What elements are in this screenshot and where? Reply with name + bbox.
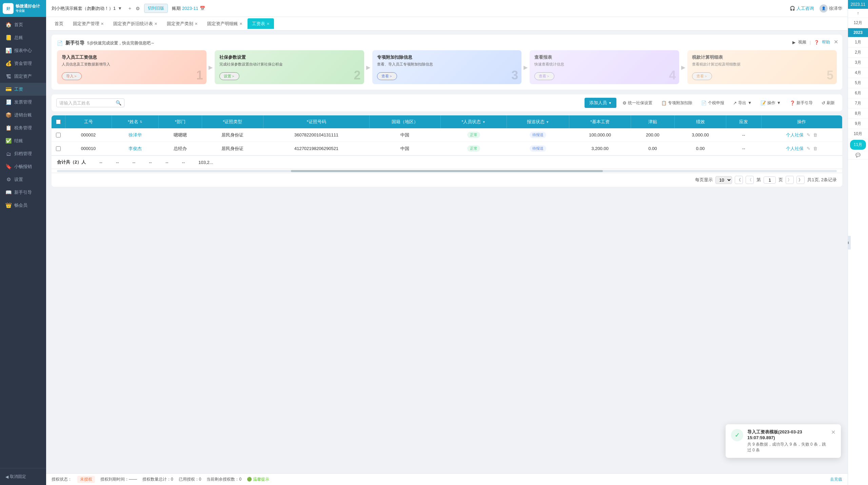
refresh-btn[interactable]: ↺ 刷新	[819, 99, 837, 107]
th-checkbox[interactable]	[52, 115, 65, 128]
settings-icon[interactable]: ⚙	[136, 6, 140, 11]
user-profile[interactable]: 👤 徐泽华	[820, 4, 842, 13]
tab-home[interactable]: 首页	[50, 18, 68, 29]
add-account-icon[interactable]: ＋	[127, 5, 132, 12]
last-page-btn[interactable]: 》	[796, 176, 805, 184]
sidebar-item-guide[interactable]: 📖 新手引导	[0, 186, 46, 199]
sidebar-item-payroll[interactable]: 💳 工资	[0, 83, 46, 96]
row-op-social-1[interactable]: 个人社保	[786, 146, 804, 151]
cal-dec[interactable]: 12月	[848, 18, 868, 28]
row-op-edit-1[interactable]: ✎	[807, 146, 810, 151]
cal-jan[interactable]: 1月	[848, 37, 868, 48]
row-checkbox-1[interactable]	[56, 146, 61, 151]
th-submit-status[interactable]: 报送状态 ▼	[507, 115, 569, 128]
td-checkbox-1[interactable]	[52, 142, 65, 155]
tax-deduction-btn[interactable]: 📋 专项附加扣除	[658, 99, 695, 107]
tab-depreciation[interactable]: 固定资产折旧统计表 ✕	[109, 18, 162, 29]
th-status[interactable]: *人员状态 ▼	[440, 115, 507, 128]
row-op-social-0[interactable]: 个人社保	[786, 132, 804, 137]
td-operations-1[interactable]: 个人社保 ✎ 🗑	[761, 142, 842, 155]
tab-close-payroll[interactable]: ✕	[267, 22, 270, 26]
calendar-icon[interactable]: 📅	[200, 6, 205, 11]
tab-fixed-assets[interactable]: 固定资产管理 ✕	[68, 18, 108, 29]
row-op-delete-1[interactable]: 🗑	[813, 146, 817, 151]
select-all-checkbox[interactable]	[56, 119, 61, 124]
toast-close-btn[interactable]: ✕	[831, 429, 835, 435]
panel-toggle-btn[interactable]: ◀	[848, 236, 851, 249]
row-op-delete-0[interactable]: 🗑	[813, 132, 817, 137]
cal-jul[interactable]: 7月	[848, 98, 868, 109]
cal-oct[interactable]: 10月	[848, 129, 868, 139]
cal-prev-year[interactable]: ↑	[848, 9, 868, 18]
guide-close-btn[interactable]: ✕	[834, 39, 838, 45]
sidebar-item-inventory[interactable]: 📦 进销台账	[0, 109, 46, 122]
cancel-fixed-btn[interactable]: ◀ 取消固定	[0, 471, 46, 482]
th-name[interactable]: *姓名 ⇅	[112, 115, 158, 128]
sidebar-item-closing[interactable]: ✅ 结账	[0, 134, 46, 147]
export-btn[interactable]: ↗ 导出 ▼	[730, 99, 754, 107]
add-person-btn[interactable]: 添加人员 ▼	[585, 98, 616, 108]
prev-page-btn[interactable]: 〈	[746, 176, 754, 184]
guide-step-3-btn[interactable]: 查看＞	[377, 72, 397, 80]
account-selector[interactable]: 刘小艳演示账套（勿删勿动！）1 ▼	[52, 5, 122, 12]
sidebar-item-expense[interactable]: 🔖 小畅报销	[0, 160, 46, 173]
sidebar-item-fixed-assets[interactable]: 🏗 固定资产	[0, 70, 46, 83]
sidebar-item-invoice[interactable]: 🧾 发票管理	[0, 96, 46, 109]
per-page-select[interactable]: 10 20 50	[715, 176, 732, 184]
cal-aug[interactable]: 8月	[848, 109, 868, 119]
guide-step-1-btn[interactable]: 导入＞	[62, 72, 82, 80]
td-checkbox-0[interactable]	[52, 128, 65, 142]
sidebar-item-settings[interactable]: ⚙ 设置	[0, 173, 46, 186]
tab-close-depreciation[interactable]: ✕	[154, 22, 157, 26]
operations-btn[interactable]: 📝 操作 ▼	[758, 99, 784, 107]
search-input[interactable]	[59, 100, 114, 106]
page-input[interactable]	[764, 176, 776, 184]
cal-sep[interactable]: 9月	[848, 119, 868, 129]
cal-apr[interactable]: 4月	[848, 68, 868, 78]
tab-asset-category[interactable]: 固定资产类别 ✕	[162, 18, 202, 29]
next-page-btn[interactable]: 〉	[786, 176, 794, 184]
status-filter-icon[interactable]: ▼	[482, 120, 486, 124]
cal-nov[interactable]: 11月	[850, 140, 866, 150]
individual-tax-btn[interactable]: 📄 个税申报	[698, 99, 727, 107]
row-checkbox-0[interactable]	[56, 133, 61, 137]
search-icon[interactable]: 🔍	[116, 100, 121, 106]
td-name-0[interactable]: 徐泽华	[112, 128, 158, 142]
scroll-track[interactable]	[57, 170, 837, 172]
cal-may[interactable]: 5月	[848, 78, 868, 88]
cal-feedback-icon[interactable]: 💬	[848, 151, 868, 160]
guide-video-btn[interactable]: ▶ 视频 | ❓ 帮助	[792, 39, 830, 45]
guide-step-5-btn[interactable]: 查看＞	[692, 72, 712, 80]
horizontal-scroll[interactable]	[52, 169, 842, 173]
new-guide-btn[interactable]: ❓ 新手引导	[787, 99, 815, 107]
tab-close-asset-category[interactable]: ✕	[195, 22, 198, 26]
sidebar-item-tax[interactable]: 📋 税务管理	[0, 122, 46, 134]
submit-filter-icon[interactable]: ▼	[546, 120, 549, 124]
sidebar-item-reports[interactable]: 📊 报表中心	[0, 44, 46, 57]
account-dropdown-icon[interactable]: ▼	[118, 6, 122, 11]
tab-payroll[interactable]: 工资表 ✕	[248, 18, 274, 29]
first-page-btn[interactable]: 《	[735, 176, 743, 184]
sidebar-item-archive[interactable]: 🗂 归档管理	[0, 147, 46, 160]
td-operations-0[interactable]: 个人社保 ✎ 🗑	[761, 128, 842, 142]
social-insurance-btn[interactable]: ⚙ 统一社保设置	[620, 99, 655, 107]
recharge-btn[interactable]: 去充值	[830, 477, 842, 482]
name-sort-icon[interactable]: ⇅	[140, 120, 142, 124]
tab-asset-detail[interactable]: 固定资产明细账 ✕	[203, 18, 247, 29]
cal-jun[interactable]: 6月	[848, 88, 868, 98]
sidebar-item-member[interactable]: 👑 畅会员	[0, 199, 46, 212]
tab-close-asset-detail[interactable]: ✕	[239, 22, 242, 26]
guide-step-2-btn[interactable]: 设置＞	[219, 72, 239, 80]
sidebar-item-ledger[interactable]: 📒 总账	[0, 31, 46, 44]
cal-feb[interactable]: 2月	[848, 48, 868, 58]
switch-version-btn[interactable]: 切到旧版	[144, 4, 168, 13]
guide-step-4-btn[interactable]: 查看＞	[534, 72, 554, 80]
td-name-1[interactable]: 李俊杰	[112, 142, 158, 155]
service-btn[interactable]: 🎧 人工咨询	[790, 5, 814, 12]
tab-close-fixed-assets[interactable]: ✕	[101, 22, 104, 26]
sidebar-item-cash[interactable]: 💰 资金管理	[0, 57, 46, 70]
cal-mar[interactable]: 3月	[848, 58, 868, 68]
cal-year-2023[interactable]: 2023	[848, 28, 868, 37]
row-op-edit-0[interactable]: ✎	[807, 132, 810, 137]
sidebar-item-home[interactable]: 🏠 首页	[0, 18, 46, 31]
